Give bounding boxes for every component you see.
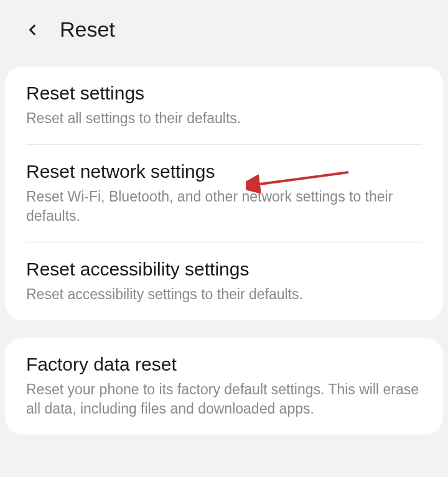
- reset-options-card: Reset settings Reset all settings to the…: [5, 67, 443, 320]
- reset-network-settings-item[interactable]: Reset network settings Reset Wi-Fi, Blue…: [5, 145, 443, 242]
- factory-reset-card: Factory data reset Reset your phone to i…: [5, 338, 443, 435]
- item-subtitle: Reset Wi-Fi, Bluetooth, and other networ…: [26, 187, 422, 226]
- item-subtitle: Reset all settings to their defaults.: [26, 109, 422, 128]
- back-icon[interactable]: [24, 21, 41, 39]
- page-title: Reset: [60, 17, 115, 42]
- reset-accessibility-settings-item[interactable]: Reset accessibility settings Reset acces…: [5, 243, 443, 320]
- item-subtitle: Reset accessibility settings to their de…: [26, 285, 422, 304]
- factory-data-reset-item[interactable]: Factory data reset Reset your phone to i…: [5, 338, 443, 435]
- item-title: Reset accessibility settings: [26, 259, 422, 280]
- item-subtitle: Reset your phone to its factory default …: [26, 380, 422, 419]
- item-title: Reset network settings: [26, 161, 422, 182]
- header: Reset: [0, 0, 448, 59]
- item-title: Factory data reset: [26, 354, 422, 375]
- item-title: Reset settings: [26, 83, 422, 104]
- reset-settings-item[interactable]: Reset settings Reset all settings to the…: [5, 67, 443, 144]
